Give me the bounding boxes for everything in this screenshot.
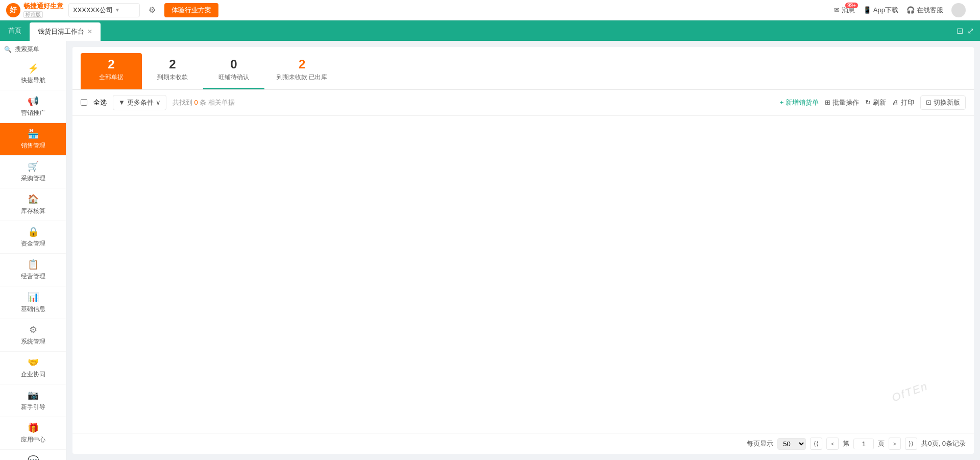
tab-close-icon[interactable]: ✕ [87, 28, 92, 35]
tab-workbench[interactable]: 钱货日清工作台 ✕ [30, 22, 101, 41]
cooperation-icon: 🤝 [28, 357, 39, 368]
per-page-label: 每页显示 [747, 439, 773, 448]
operations-label: 经营管理 [21, 272, 45, 281]
tab-home-label: 首页 [8, 26, 21, 35]
company-name: XXXXXX公司 [73, 6, 113, 15]
trial-button[interactable]: 体验行业方案 [164, 3, 218, 17]
table-area [72, 116, 974, 433]
inventory-label: 库存核算 [21, 207, 45, 215]
sidebar-item-inventory[interactable]: 🏠 库存核算 [0, 188, 66, 221]
tab-home[interactable]: 首页 [0, 20, 30, 41]
basic-info-label: 基础信息 [21, 305, 45, 313]
avatar[interactable] [951, 3, 966, 17]
sales-label: 销售管理 [21, 141, 45, 150]
system-icon: ⚙ [29, 324, 37, 335]
app-center-icon: 🎁 [28, 422, 39, 433]
logo-area: 好 畅捷通好生意 标准版 [6, 2, 63, 18]
settings-icon[interactable]: ⚙ [145, 3, 159, 17]
result-prefix: 共找到 [173, 99, 192, 106]
toolbar-left: 全选 ▼ 更多条件 ∨ 共找到 0 条 相关单据 [81, 95, 774, 110]
quick-nav-icon: ⚡ [28, 63, 39, 74]
page-input[interactable] [853, 439, 874, 449]
first-page-button[interactable]: ⟨⟨ [810, 438, 822, 450]
sales-icon: 🏪 [28, 128, 39, 139]
new-sale-button[interactable]: + 新增销货单 [780, 98, 819, 107]
sidebar-item-cooperation[interactable]: 🤝 企业协同 [0, 352, 66, 384]
sidebar-item-finance[interactable]: 🔒 资金管理 [0, 221, 66, 254]
print-button[interactable]: 🖨 打印 [892, 98, 914, 107]
last-page-button[interactable]: ⟩⟩ [905, 438, 917, 450]
online-service-label: 在线客服 [917, 6, 943, 15]
page-suffix: 页 [878, 439, 885, 448]
operations-icon: 📋 [28, 259, 39, 270]
top-header: 好 畅捷通好生意 标准版 XXXXXX公司 ▼ ⚙ 体验行业方案 ✉ 消息 99… [0, 0, 980, 20]
finance-icon: 🔒 [28, 226, 39, 237]
per-page-select[interactable]: 50 100 200 [777, 438, 806, 450]
stats-tabs: 2 全部单据 2 到期未收款 0 旺铺待确认 2 到期未收款 已出库 [72, 47, 974, 90]
app-download-label: App下载 [873, 6, 898, 15]
online-service-action[interactable]: 🎧 在线客服 [906, 6, 943, 15]
search-label: 搜索菜单 [15, 45, 39, 54]
stat-tab-no-ship[interactable]: 2 到期未收款 已出库 [264, 53, 339, 89]
filter-button[interactable]: ▼ 更多条件 ∨ [113, 95, 166, 110]
sidebar-item-guide[interactable]: 📷 新手引导 [0, 384, 66, 417]
next-page-button[interactable]: ＞ [889, 438, 901, 450]
total-info: 共0页, 0条记录 [921, 439, 966, 448]
quick-nav-label: 快捷导航 [21, 76, 45, 85]
sidebar-item-basic-info[interactable]: 📊 基础信息 [0, 286, 66, 319]
page-label: 第 [843, 439, 849, 448]
tab-restore-icon[interactable]: ⊡ [957, 26, 963, 36]
content-inner: 2 全部单据 2 到期未收款 0 旺铺待确认 2 到期未收款 已出库 [72, 47, 974, 454]
guide-label: 新手引导 [21, 403, 45, 411]
stat-tab-pending[interactable]: 0 旺铺待确认 [203, 53, 264, 89]
stat-tab-overdue[interactable]: 2 到期未收款 [142, 53, 203, 89]
batch-op-label: 批量操作 [832, 98, 859, 107]
new-sale-label: + 新增销货单 [780, 98, 819, 107]
purchase-label: 采购管理 [21, 174, 45, 183]
sidebar-item-system[interactable]: ⚙ 系统管理 [0, 319, 66, 352]
filter-chevron-icon: ∨ [156, 99, 161, 106]
sidebar-item-marketing[interactable]: 📢 营销推广 [0, 90, 66, 123]
logo-icon: 好 [6, 3, 20, 17]
marketing-icon: 📢 [28, 95, 39, 107]
app-download-action[interactable]: 📱 App下载 [863, 6, 898, 15]
sidebar-item-app-center[interactable]: 🎁 应用中心 [0, 417, 66, 450]
message-action[interactable]: ✉ 消息 99+ [834, 6, 855, 15]
toolbar-right: + 新增销货单 ⊞ 批量操作 ↻ 刷新 🖨 打印 ⊡ [780, 95, 966, 110]
main-layout: 🔍 搜索菜单 ⚡ 快捷导航 📢 营销推广 🏪 销售管理 🛒 采购管理 🏠 库存核… [0, 41, 980, 460]
result-count: 0 [194, 99, 198, 106]
switch-icon: ⊡ [926, 99, 932, 106]
stat-pending-label: 旺铺待确认 [218, 73, 249, 82]
switch-label: 切换新版 [934, 98, 960, 107]
tab-bar: 首页 钱货日清工作台 ✕ ⊡ ⤢ [0, 20, 980, 41]
basic-info-icon: 📊 [28, 292, 39, 303]
company-selector[interactable]: XXXXXX公司 ▼ [68, 3, 140, 17]
toolbar: 全选 ▼ 更多条件 ∨ 共找到 0 条 相关单据 + 新增销货单 [72, 90, 974, 116]
refresh-label: 刷新 [873, 98, 886, 107]
stat-overdue-number: 2 [169, 57, 176, 72]
prev-page-button[interactable]: ＜ [826, 438, 839, 450]
sidebar-item-operations[interactable]: 📋 经营管理 [0, 254, 66, 286]
switch-version-button[interactable]: ⊡ 切换新版 [920, 95, 966, 110]
batch-op-button[interactable]: ⊞ 批量操作 [825, 98, 859, 107]
tab-workbench-label: 钱货日清工作台 [38, 27, 84, 36]
print-label: 打印 [901, 98, 914, 107]
logo-text: 畅捷通好生意 标准版 [23, 2, 63, 18]
app-center-label: 应用中心 [21, 435, 45, 444]
sidebar-search[interactable]: 🔍 搜索菜单 [0, 41, 66, 58]
download-icon: 📱 [863, 6, 871, 14]
sidebar-item-wechat[interactable]: 💬 企业微信 [0, 450, 66, 460]
sidebar-item-quick-nav[interactable]: ⚡ 快捷导航 [0, 58, 66, 90]
marketing-label: 营销推广 [21, 109, 45, 117]
dropdown-arrow-icon: ▼ [115, 7, 120, 13]
select-all-checkbox[interactable] [81, 99, 87, 106]
refresh-button[interactable]: ↻ 刷新 [865, 98, 886, 107]
stat-all-label: 全部单据 [99, 73, 124, 82]
stat-pending-number: 0 [230, 57, 237, 72]
stat-tab-all[interactable]: 2 全部单据 [81, 53, 142, 89]
sidebar-item-purchase[interactable]: 🛒 采购管理 [0, 156, 66, 188]
tab-expand-icon[interactable]: ⤢ [967, 26, 974, 36]
sidebar-item-sales[interactable]: 🏪 销售管理 [0, 123, 66, 156]
pagination-bar: 每页显示 50 100 200 ⟨⟨ ＜ 第 页 ＞ ⟩⟩ 共0页, 0条记录 [72, 433, 974, 454]
select-all-label: 全选 [93, 98, 107, 107]
